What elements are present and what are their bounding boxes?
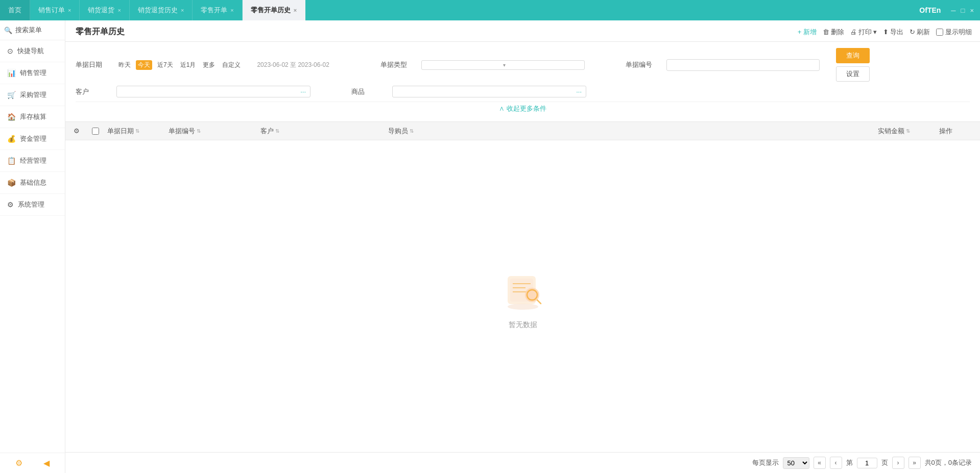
display-toggle[interactable]: 显示明细 — [936, 28, 972, 37]
window-max-btn[interactable]: □ — [961, 7, 965, 14]
tab-close-sales-return-history[interactable]: × — [181, 7, 184, 13]
sidebar-collapse-icon[interactable]: ◀ — [43, 458, 50, 468]
date-range: 2023-06-02 至 2023-06-02 — [257, 61, 329, 69]
print-icon: 🖨 — [850, 28, 857, 36]
nav-label-inventory: 库存核算 — [20, 112, 46, 121]
th-num-sort[interactable]: ⇅ — [197, 128, 201, 134]
nav-label-quick-nav: 快捷导航 — [17, 46, 44, 56]
goods-input[interactable] — [397, 88, 574, 95]
th-customer[interactable]: 客户 ⇅ — [256, 127, 384, 136]
sidebar-item-operations[interactable]: 📋经营管理 — [0, 150, 65, 172]
display-toggle-label: 显示明细 — [945, 28, 972, 37]
th-num[interactable]: 单据编号 ⇅ — [164, 127, 256, 136]
th-num-label: 单据编号 — [169, 127, 195, 136]
window-close-btn[interactable]: × — [970, 7, 974, 14]
tab-retail-open[interactable]: 零售开单× — [193, 0, 242, 20]
order-num-input[interactable] — [671, 61, 815, 69]
tab-close-sales-order[interactable]: × — [68, 7, 71, 13]
th-amount[interactable]: 实销金额 ⇅ — [874, 127, 935, 136]
settings-button[interactable]: 设置 — [836, 66, 870, 82]
nav-label-sales-mgmt: 销售管理 — [20, 68, 46, 78]
table-header: ⚙ 单据日期 ⇅ 单据编号 ⇅ 客户 ⇅ 导购员 ⇅ — [65, 122, 980, 140]
window-min-btn[interactable]: ─ — [951, 7, 955, 14]
refresh-button[interactable]: ↻ 刷新 — [910, 28, 930, 37]
page-last-btn[interactable]: » — [909, 457, 921, 469]
pagination-bar: 每页显示 50 20 100 « ‹ 第 页 › » 共0页，0条记录 — [65, 452, 980, 473]
order-num-input-wrap[interactable] — [666, 59, 820, 71]
page-next-btn[interactable]: › — [892, 457, 904, 469]
page-prev-btn[interactable]: ‹ — [830, 457, 842, 469]
sidebar-item-sales-mgmt[interactable]: 📊销售管理 — [0, 62, 65, 84]
date-shortcut-0[interactable]: 昨天 — [116, 60, 133, 70]
empty-illustration — [497, 263, 548, 314]
nav-icon-finance: 💰 — [7, 135, 16, 143]
page-num-input[interactable] — [857, 458, 877, 468]
export-button[interactable]: ⬆ 导出 — [883, 28, 903, 37]
sidebar-item-base-info[interactable]: 📦基础信息 — [0, 172, 65, 194]
export-label: 导出 — [890, 28, 903, 37]
order-type-select[interactable]: ▾ — [421, 60, 585, 70]
sidebar-item-finance[interactable]: 💰资金管理 — [0, 128, 65, 150]
tab-close-retail-history[interactable]: × — [294, 7, 297, 13]
add-button[interactable]: + 新增 — [798, 28, 817, 37]
select-all-checkbox[interactable] — [92, 128, 99, 135]
order-num-label: 单据编号 — [626, 60, 656, 69]
date-shortcut-5[interactable]: 自定义 — [220, 60, 243, 70]
th-date[interactable]: 单据日期 ⇅ — [103, 127, 164, 136]
customer-dots[interactable]: ··· — [300, 88, 306, 95]
date-shortcut-2[interactable]: 近7天 — [155, 60, 175, 70]
tab-sales-order[interactable]: 销售订单× — [30, 0, 80, 20]
goods-input-wrap[interactable]: ··· — [392, 86, 586, 97]
page-first-btn[interactable]: « — [814, 457, 826, 469]
th-gear[interactable]: ⚙ — [69, 127, 88, 135]
filter-area: 单据日期 昨天今天近7天近1月更多自定义 2023-06-02 至 2023-0… — [65, 42, 980, 122]
th-customer-sort[interactable]: ⇅ — [275, 128, 279, 134]
customer-input[interactable] — [121, 88, 298, 95]
svg-point-0 — [508, 304, 538, 310]
customer-input-wrap[interactable]: ··· — [116, 86, 310, 97]
delete-button[interactable]: 🗑 删除 — [823, 28, 844, 37]
nav-icon-operations: 📋 — [7, 157, 16, 165]
refresh-label: 刷新 — [917, 28, 930, 37]
print-arrow: ▾ — [873, 28, 877, 36]
nav-label-operations: 经营管理 — [20, 156, 46, 165]
th-date-label: 单据日期 — [107, 127, 134, 136]
search-icon: 🔍 — [4, 27, 12, 34]
tab-close-retail-open[interactable]: × — [230, 7, 233, 13]
query-button[interactable]: 查询 — [836, 48, 870, 63]
th-amount-sort[interactable]: ⇅ — [906, 128, 910, 134]
date-shortcut-1[interactable]: 今天 — [136, 60, 152, 70]
sidebar-settings-icon[interactable]: ⚙ — [15, 458, 22, 468]
print-button[interactable]: 🖨 打印 ▾ — [850, 28, 877, 37]
goods-dots[interactable]: ··· — [576, 88, 582, 95]
page-header: 零售开单历史 + 新增 🗑 删除 🖨 打印 ▾ ⬆ 导出 ↻ — [65, 20, 980, 42]
nav-label-purchase-mgmt: 采购管理 — [20, 90, 46, 99]
tab-retail-history[interactable]: 零售开单历史× — [243, 0, 305, 20]
nav-icon-sys-mgmt: ⚙ — [7, 201, 14, 209]
per-page-select[interactable]: 50 20 100 — [783, 457, 809, 469]
collapse-more-btn[interactable]: ∧ 收起更多条件 — [76, 102, 970, 115]
date-shortcut-4[interactable]: 更多 — [201, 60, 217, 70]
th-guide-sort[interactable]: ⇅ — [410, 128, 414, 134]
tab-bar: 首页销售订单×销货退货×销货退货历史×零售开单×零售开单历史× OfTEn ─ … — [0, 0, 980, 20]
nav-icon-inventory: 🏠 — [7, 113, 16, 121]
th-check[interactable] — [88, 128, 103, 135]
sidebar-item-purchase-mgmt[interactable]: 🛒采购管理 — [0, 84, 65, 106]
tab-sales-return-history[interactable]: 销货退货历史× — [130, 0, 193, 20]
sidebar-item-inventory[interactable]: 🏠库存核算 — [0, 106, 65, 128]
sidebar-search[interactable]: 🔍 搜索菜单 — [0, 20, 65, 40]
sidebar-item-quick-nav[interactable]: ⊙快捷导航 — [0, 40, 65, 62]
sidebar-item-sys-mgmt[interactable]: ⚙系统管理 — [0, 194, 65, 216]
th-guide[interactable]: 导购员 ⇅ — [384, 127, 445, 136]
nav-icon-sales-mgmt: 📊 — [7, 69, 16, 77]
display-toggle-checkbox[interactable] — [936, 29, 943, 36]
order-type-label: 单据类型 — [380, 60, 411, 69]
tab-sales-return[interactable]: 销货退货× — [80, 0, 129, 20]
th-date-sort[interactable]: ⇅ — [135, 128, 139, 134]
empty-text: 暂无数据 — [509, 320, 537, 330]
tab-home[interactable]: 首页 — [0, 0, 30, 20]
date-shortcut-3[interactable]: 近1月 — [178, 60, 198, 70]
delete-label: 删除 — [831, 28, 844, 37]
tab-close-sales-return[interactable]: × — [117, 7, 121, 13]
query-settings: 查询 设置 — [836, 48, 870, 82]
